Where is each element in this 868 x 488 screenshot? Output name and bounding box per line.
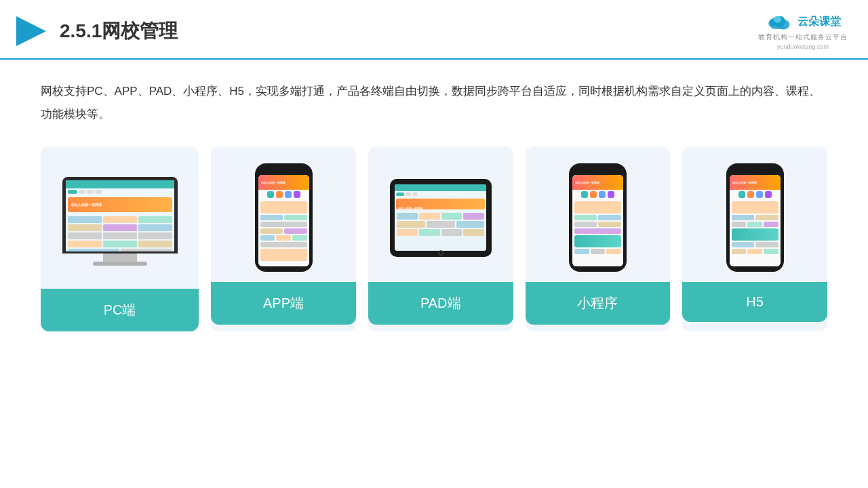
miniapp-row-5 [574,235,621,247]
miniapp-block-1 [574,201,621,214]
pad-row-1 [397,213,484,220]
screen-block-11 [103,241,137,247]
screen-block-4 [68,224,102,231]
pad-screen-body [395,211,486,238]
pad-tablet: 职达人的第一堂网课 [390,179,492,257]
miniapp-screen-content: 职达人的第一堂网课 [572,175,623,266]
h5-row-5 [732,242,778,247]
pc-screen-content: 职达人的第一堂网课 [66,180,174,251]
h5-row-3 [732,222,778,227]
app-icon-4 [294,191,300,198]
screen-block-5 [103,224,137,231]
app-block-6 [284,228,307,234]
h5-screen-content: 职达人的第一堂网课 [730,175,781,266]
card-pc-image: 职达人的第一堂网课 [41,146,199,289]
h5-icon-4 [765,191,772,198]
pad-tablet-screen: 职达人的第一堂网课 [395,184,486,251]
miniapp-phone-header: 职达人的第一堂网课 [572,175,623,190]
pad-screen-content: 职达人的第一堂网课 [395,184,486,251]
h5-row-1 [732,201,778,214]
description-text: 网校支持PC、APP、PAD、小程序、H5，实现多端打通，产品各终端自由切换，数… [41,80,827,126]
miniapp-phone-body [572,199,623,256]
miniapp-phone-notch [591,169,604,173]
miniapp-row-1 [574,201,621,214]
screen-row-1 [68,216,172,223]
app-row-3 [260,222,307,227]
svg-marker-0 [16,16,46,46]
miniapp-block-5 [598,222,621,227]
logo-url: yunduoketang.com [777,43,829,50]
app-screen-content: 职达人的第一堂网课 [258,175,309,266]
pad-block-2 [419,213,440,220]
pad-block-11 [463,229,484,236]
miniapp-block-3 [598,215,621,220]
pad-banner: 职达人的第一堂网课 [396,199,485,209]
pad-nav-dot-3 [412,192,418,196]
pad-nav-dot-2 [406,192,411,196]
miniapp-icon-row [572,190,623,199]
screen-nav [66,188,174,195]
screen-block-14 [121,249,172,251]
app-block-9 [292,235,307,241]
logo-text: 云朵课堂 [797,15,841,29]
card-h5: 职达人的第一堂网课 [682,146,827,331]
pad-row-2 [397,221,484,228]
app-block-5 [260,228,283,234]
pad-block-10 [441,229,462,236]
pad-block-6 [427,221,455,228]
h5-icon-row [730,190,781,199]
nav-dot-2 [87,190,94,194]
pad-block-1 [397,213,418,220]
card-h5-label: H5 [682,282,827,322]
card-h5-image: 职达人的第一堂网课 [682,146,827,282]
card-pad-label: PAD端 [368,282,513,325]
app-block-7 [260,235,275,241]
card-miniapp-label: 小程序 [526,282,671,325]
h5-block-5 [747,222,762,227]
h5-icon-3 [756,191,763,198]
h5-phone: 职达人的第一堂网课 [726,163,784,272]
h5-block-1 [732,201,778,214]
app-phone-header: 职达人的第一堂网课 [258,175,309,190]
main-content: 网校支持PC、APP、PAD、小程序、H5，实现多端打通，产品各终端自由切换，数… [0,60,868,345]
screen-row-3 [68,232,172,239]
miniapp-row-2 [574,215,621,220]
card-pad: 职达人的第一堂网课 [368,146,513,331]
h5-phone-header: 职达人的第一堂网课 [730,175,781,190]
h5-block-6 [764,222,778,227]
h5-row-2 [732,215,778,220]
screen-block-1 [68,216,102,223]
miniapp-block-6 [574,228,621,234]
pad-block-8 [397,229,418,236]
miniapp-icon-2 [590,191,597,198]
nav-dot-3 [95,190,102,194]
pad-block-4 [463,213,484,220]
app-row-7 [260,249,307,261]
miniapp-icon-1 [581,191,588,198]
screen-block-8 [103,232,137,239]
phone-notch-app [277,169,290,173]
h5-phone-screen: 职达人的第一堂网课 [730,175,781,266]
monitor-stand [103,253,137,262]
logo-sub: 教育机构一站式服务云平台 [758,33,848,42]
miniapp-phone: 职达人的第一堂网课 [569,163,627,272]
miniapp-block-2 [574,215,597,220]
app-row-1 [260,201,307,214]
app-row-2 [260,215,307,220]
pad-nav-dot-1 [396,192,404,196]
miniapp-header-text: 职达人的第一堂网课 [575,181,599,184]
pc-monitor: 职达人的第一堂网课 [62,177,178,266]
card-pc-label: PC端 [41,289,199,331]
app-block-10 [260,242,307,247]
screen-block-2 [103,216,137,223]
h5-block-9 [755,242,778,247]
h5-block-8 [732,242,755,247]
svg-point-5 [774,16,782,23]
logo-cloud: 云朵课堂 [765,12,841,31]
screen-banner-text: 职达人的第一堂网课 [71,203,102,207]
miniapp-icon-4 [608,191,614,198]
screen-body [66,214,174,251]
h5-icon-2 [747,191,754,198]
miniapp-phone-screen: 职达人的第一堂网课 [572,175,623,266]
pad-banner-text: 职达人的第一堂网课 [398,207,422,210]
